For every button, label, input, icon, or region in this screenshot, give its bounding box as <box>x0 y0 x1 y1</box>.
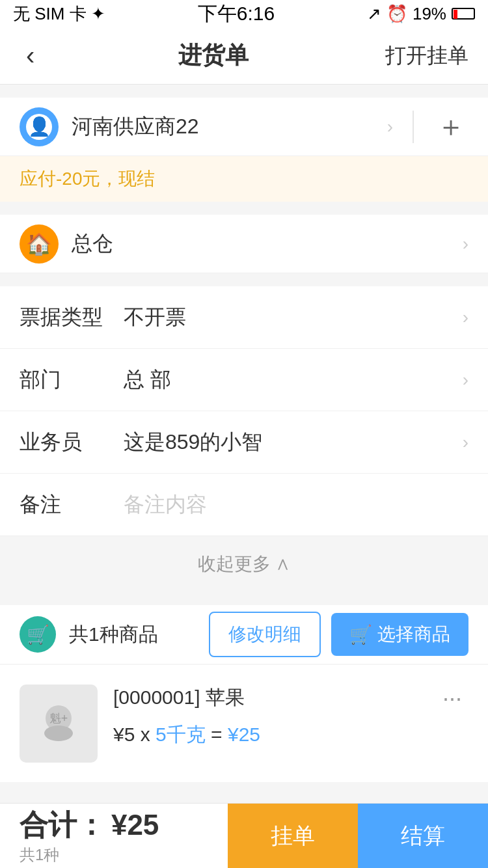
supplier-chevron-icon: › <box>387 116 393 137</box>
product-header: 🛒 共1种商品 修改明细 🛒 选择商品 <box>0 605 488 664</box>
remark-input[interactable]: 备注内容 <box>111 491 468 519</box>
product-price: ¥5 x 5千克 = ¥25 <box>113 722 436 748</box>
total-currency: ¥ <box>111 809 127 841</box>
product-thumb-icon: 魁+ <box>33 698 85 750</box>
hang-order-button[interactable]: 挂单 <box>228 804 358 869</box>
open-pending-button[interactable]: 打开挂单 <box>385 42 468 70</box>
status-bar: 无 SIM 卡 ✦ 下午6:16 ↗ ⏰ 19% <box>0 0 488 27</box>
product-code: [0000001] <box>113 686 200 708</box>
supplier-divider <box>413 111 414 143</box>
product-unit-price: ¥5 <box>113 724 135 745</box>
sales-label: 业务员 <box>20 428 111 457</box>
supplier-section: 👤 河南供应商22 › ＋ 应付-20元，现结 <box>0 98 488 202</box>
total-label: 合计： <box>20 809 105 841</box>
remark-row[interactable]: 备注 备注内容 <box>0 474 488 536</box>
total-sub-label: 共1种 <box>20 845 208 865</box>
product-total: ¥25 <box>228 724 260 745</box>
battery-status: 19% <box>413 4 446 24</box>
section-gap-3 <box>0 273 488 286</box>
dept-chevron-icon: › <box>463 370 468 390</box>
collapse-button[interactable]: 收起更多 ∧ <box>0 536 488 592</box>
select-product-button[interactable]: 🛒 选择商品 <box>331 613 468 656</box>
bottom-total: 合计： ¥25 共1种 <box>0 806 228 865</box>
page-title: 进货单 <box>178 40 249 72</box>
sales-chevron-icon: › <box>463 432 468 453</box>
warehouse-chevron-icon: › <box>463 234 468 254</box>
select-product-icon: 🛒 <box>349 624 372 645</box>
product-multiply: x <box>141 724 156 745</box>
home-icon: 🏠 <box>26 232 52 256</box>
sim-status: 无 SIM 卡 ✦ <box>13 3 105 25</box>
remark-label: 备注 <box>20 491 111 519</box>
battery-icon <box>452 8 475 20</box>
warehouse-icon: 🏠 <box>20 224 59 264</box>
bottom-bar: 合计： ¥25 共1种 挂单 结算 <box>0 803 488 868</box>
product-more-button[interactable]: ··· <box>436 685 468 712</box>
alarm-icon: ⏰ <box>386 4 407 24</box>
checkout-button[interactable]: 结算 <box>358 804 488 869</box>
product-equals: = <box>211 724 228 745</box>
section-gap-1 <box>0 85 488 98</box>
product-info: [0000001] 苹果 ¥5 x 5千克 = ¥25 <box>113 685 436 748</box>
supplier-avatar: 👤 <box>20 107 59 146</box>
product-icon: 🛒 <box>20 616 56 653</box>
supplier-row[interactable]: 👤 河南供应商22 › ＋ <box>0 98 488 156</box>
product-qty: 5千克 <box>156 724 206 745</box>
invoice-type-label: 票据类型 <box>20 303 111 332</box>
product-count: 共1种商品 <box>69 621 209 648</box>
total-amount-display: 合计： ¥25 <box>20 806 208 845</box>
invoice-type-row[interactable]: 票据类型 不开票 › <box>0 286 488 349</box>
avatar-inner: 👤 <box>26 114 52 140</box>
notice-bar: 应付-20元，现结 <box>0 156 488 202</box>
status-bar-left: 无 SIM 卡 ✦ <box>13 3 105 25</box>
add-supplier-button[interactable]: ＋ <box>433 107 468 146</box>
product-thumbnail: 魁+ <box>20 685 98 763</box>
warehouse-section: 🏠 总仓 › <box>0 215 488 273</box>
select-product-label: 选择商品 <box>377 622 450 647</box>
invoice-chevron-icon: › <box>463 307 468 328</box>
dept-value: 总 部 <box>111 366 463 394</box>
product-card: 魁+ [0000001] 苹果 ¥5 x 5千克 = ¥25 ··· <box>0 665 488 782</box>
cart-icon: 🛒 <box>27 624 49 645</box>
dept-row[interactable]: 部门 总 部 › <box>0 349 488 411</box>
warehouse-row[interactable]: 🏠 总仓 › <box>0 215 488 273</box>
dept-label: 部门 <box>20 366 111 394</box>
sales-value: 这是859的小智 <box>111 428 463 457</box>
warehouse-name: 总仓 <box>72 230 463 258</box>
total-number: 25 <box>127 809 159 841</box>
location-icon: ↗ <box>367 4 381 24</box>
nav-bar: ‹ 进货单 打开挂单 <box>0 27 488 85</box>
section-gap-2 <box>0 202 488 215</box>
edit-detail-button[interactable]: 修改明细 <box>209 612 321 657</box>
form-section: 票据类型 不开票 › 部门 总 部 › 业务员 这是859的小智 › 备注 备注… <box>0 286 488 536</box>
invoice-type-value: 不开票 <box>111 303 463 332</box>
svg-text:魁+: 魁+ <box>49 712 68 725</box>
status-bar-right: ↗ ⏰ 19% <box>367 4 475 24</box>
product-name: [0000001] 苹果 <box>113 685 436 711</box>
status-bar-time: 下午6:16 <box>198 1 275 27</box>
person-icon: 👤 <box>28 116 51 137</box>
supplier-name: 河南供应商22 <box>72 113 387 141</box>
back-button[interactable]: ‹ <box>20 34 41 77</box>
sales-row[interactable]: 业务员 这是859的小智 › <box>0 411 488 474</box>
product-title: 苹果 <box>206 686 245 708</box>
svg-point-1 <box>44 726 73 741</box>
